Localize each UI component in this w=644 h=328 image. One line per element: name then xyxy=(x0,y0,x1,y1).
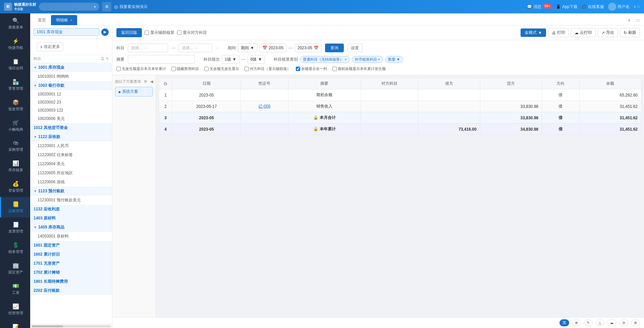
account-item-10020001[interactable]: 10020001 12 xyxy=(30,90,112,98)
no-occur-checkbox[interactable] xyxy=(116,67,121,71)
sidebar-item-xiaochang-report[interactable]: 📝 小畅报销 xyxy=(0,320,30,328)
opposite-show-check-label[interactable]: 对方科目（显示辅助项） xyxy=(245,66,290,71)
sidebar-item-operation[interactable]: 📈 经营管理 xyxy=(0,299,30,320)
status-triangle-btn[interactable]: △ xyxy=(595,320,604,326)
account-item-1001[interactable]: ▼ 1001 库存现金 xyxy=(30,63,112,72)
sidebar-item-retail[interactable]: 🏪 零售管理 xyxy=(0,75,30,95)
hide-unused-check-label[interactable]: 隐藏禁用科目 xyxy=(171,66,199,71)
status-add-btn[interactable]: ⊕ xyxy=(572,320,581,326)
subject-end-input-group[interactable]: 选择... ··· xyxy=(179,44,212,52)
query-sidebar-collapse-icon[interactable]: ◀ xyxy=(150,79,153,84)
initial-show-checkbox[interactable] xyxy=(332,67,337,71)
account-item-1801[interactable]: 1801 长期待摊费用 xyxy=(30,277,112,286)
balance-one-col-checkbox[interactable] xyxy=(296,67,300,71)
query-sidebar-settings-icon[interactable]: ⚙ xyxy=(144,79,147,84)
subject-input-group[interactable]: 选择... ··· xyxy=(128,44,168,52)
account-item-1602[interactable]: 1602 累计折旧 xyxy=(30,250,112,259)
account-item-10010001[interactable]: 10010001 哟哟哟 xyxy=(30,72,112,81)
amount-style-btn[interactable]: 金额式 ▼ xyxy=(521,28,546,37)
account-item-1132[interactable]: 1132 应收利息 xyxy=(30,205,112,214)
settings-btn[interactable]: ⚙ xyxy=(102,2,111,11)
account-item-10020002[interactable]: 10020002 23 xyxy=(30,98,112,106)
sidebar-item-fund[interactable]: 💰 资金管理 xyxy=(0,177,30,197)
account-item-1122[interactable]: ▼ 1122 应收款 xyxy=(30,132,112,141)
hide-unused-checkbox[interactable] xyxy=(171,67,176,71)
sidebar-item-purchase[interactable]: 🛍 采购管理 xyxy=(0,136,30,156)
col-settings[interactable]: ⚙ xyxy=(159,78,172,89)
maximize-window-btn[interactable]: □ xyxy=(638,4,640,9)
balance-one-col-check-label[interactable]: 余额显示在一列 xyxy=(296,66,327,71)
status-edit-btn[interactable]: ✎ xyxy=(584,320,593,326)
period-end-input[interactable]: 2023-05 📅 xyxy=(294,44,322,52)
show-opposite-check-label[interactable]: 显示对方科目 xyxy=(177,30,207,36)
more-btn[interactable]: ∧ 收起更多 xyxy=(37,42,63,51)
tag-foreign-close[interactable]: × xyxy=(378,57,380,61)
tab-close-btn[interactable]: × xyxy=(70,18,72,22)
system-plan-btn[interactable]: ● 系统方案 xyxy=(115,87,153,96)
sidebar-item-invoice[interactable]: 🧾 发票管理 xyxy=(0,217,30,238)
query-btn[interactable]: 查询 xyxy=(325,44,344,52)
list-settings-icon[interactable]: ☰ xyxy=(101,57,104,61)
status-cloud-btn[interactable]: ☁ xyxy=(607,320,616,326)
sidebar-item-ledger[interactable]: 📒 总账管理 xyxy=(0,197,30,217)
refresh-btn[interactable]: ↻ 刷新 xyxy=(620,28,640,37)
search-input[interactable] xyxy=(39,3,99,11)
online-service-btn[interactable]: 🎧 在线客服 xyxy=(582,4,604,10)
account-item-11220006[interactable]: 11220006 游戏 xyxy=(30,178,112,187)
sidebar-item-quick-nav[interactable]: ⚡ 快捷导航 xyxy=(0,34,30,54)
account-item-11220001[interactable]: 11220001 人民币 xyxy=(30,141,112,150)
sidebar-item-search[interactable]: 🔍 搜索菜单 xyxy=(0,13,30,34)
period-type-select[interactable]: 期间 ▼ xyxy=(238,44,257,52)
account-item-11220005[interactable]: 11220005 所在地区 xyxy=(30,169,112,178)
lang-btn-cn[interactable]: 英 xyxy=(559,319,569,326)
account-item-11220002[interactable]: 11220002 往来标签 xyxy=(30,150,112,159)
sidebar-item-wholesale[interactable]: 📦 批发管理 xyxy=(0,95,30,116)
close-window-btn[interactable]: × xyxy=(634,4,636,9)
sidebar-item-tax[interactable]: 💲 税务管理 xyxy=(0,238,30,258)
account-item-2202[interactable]: 2202 应付账款 xyxy=(30,286,112,295)
filter-settings-btn[interactable]: 设置 xyxy=(347,44,363,52)
sidebar-item-asset[interactable]: 🏢 固定资产 xyxy=(0,258,30,279)
sidebar-item-salary[interactable]: 💵 工资 xyxy=(0,279,30,299)
show-opposite-checkbox[interactable] xyxy=(177,30,181,35)
status-minus-btn[interactable]: ⊖ xyxy=(619,320,628,326)
message-btn[interactable]: 💬 消息 99+ xyxy=(527,4,552,10)
no-balance-check-label[interactable]: 无余额无发生显示 xyxy=(204,66,239,71)
initial-show-check-label[interactable]: 期初余额显示本年累计发生额 xyxy=(332,66,386,71)
top-search[interactable]: ▼ xyxy=(39,3,99,11)
account-item-10020003[interactable]: 10020003 122 xyxy=(30,106,112,114)
account-item-11220004[interactable]: 11220004 美元 xyxy=(30,159,112,169)
tab-home[interactable]: 首页 xyxy=(33,15,51,25)
sidebar-item-xiaochang[interactable]: 🛒 小畅电商 xyxy=(0,116,30,136)
tab-close-window-btn[interactable]: × xyxy=(626,17,633,24)
account-item-1702[interactable]: 1702 累计摊销 xyxy=(30,268,112,277)
account-item-14050001[interactable]: 14050001 原材料 xyxy=(30,232,112,241)
account-item-1601[interactable]: 1601 固定资产 xyxy=(30,241,112,250)
account-item-10020006[interactable]: 10020006 美元 xyxy=(30,114,112,123)
sidebar-item-project[interactable]: 📋 项目合同 xyxy=(0,54,30,75)
export-btn[interactable]: ↗ 导出 xyxy=(598,28,618,37)
go-to-account-btn[interactable]: ▶ xyxy=(101,28,109,36)
tab-maximize-btn[interactable]: □ xyxy=(635,17,641,24)
level-end-select[interactable]: 6级 ▼ xyxy=(248,55,265,64)
return-old-version-btn[interactable]: 返回旧版 xyxy=(116,28,142,37)
account-item-1012[interactable]: 1012 其他货币资金 xyxy=(30,123,112,132)
no-balance-checkbox[interactable] xyxy=(204,67,209,71)
tab-detail-account[interactable]: 明细账 × xyxy=(51,15,77,25)
tag-normal-close[interactable]: × xyxy=(344,57,346,61)
opposite-show-checkbox[interactable] xyxy=(245,67,249,71)
app-download-btn[interactable]: 📱 App下载 xyxy=(556,4,577,10)
list-edit-icon[interactable]: ✎ xyxy=(106,57,109,61)
cloud-print-btn[interactable]: ☁ 云打印 xyxy=(571,28,596,37)
account-item-11230001[interactable]: 11230001 预付账款美元 xyxy=(30,196,112,205)
account-item-1002[interactable]: ▼ 1002 银行存款 xyxy=(30,81,112,90)
summary-input[interactable] xyxy=(128,55,195,64)
show-aux-check-label[interactable]: 显示辅助核算 xyxy=(145,30,174,36)
account-item-1701[interactable]: 1701 无形资产 xyxy=(30,259,112,268)
account-item-1405[interactable]: ▼ 1405 库存商品 xyxy=(30,223,112,232)
h-scrollbar[interactable] xyxy=(30,324,112,328)
no-occur-check-label[interactable]: 无发生额显示本月本年累计 xyxy=(116,66,166,71)
account-item-1403[interactable]: 1403 原材料 xyxy=(30,214,112,223)
demo-link[interactable]: ◎ 我要看实例演示 xyxy=(114,4,148,10)
period-start-input[interactable]: 📅 2023-05 xyxy=(259,44,286,52)
